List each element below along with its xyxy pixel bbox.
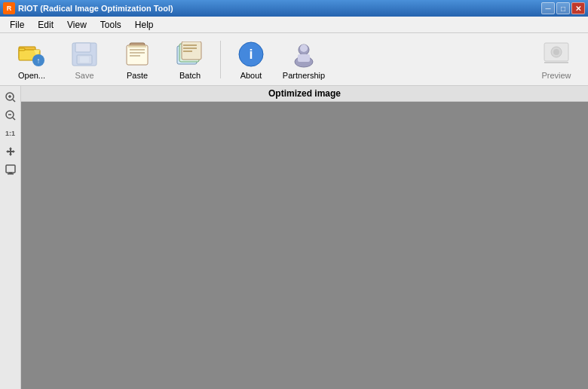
svg-line-40 xyxy=(13,118,15,120)
save-icon xyxy=(69,39,100,69)
svg-text:↑: ↑ xyxy=(37,57,41,65)
about-icon: i xyxy=(236,39,266,69)
batch-icon xyxy=(175,39,205,69)
toolbar: ↑ Open... Save Pas xyxy=(0,33,588,86)
left-sidebar: 1:1 xyxy=(0,86,21,389)
svg-rect-23 xyxy=(183,51,192,52)
svg-rect-29 xyxy=(298,54,310,62)
save-label: Save xyxy=(75,71,93,80)
svg-point-28 xyxy=(300,44,308,52)
preview-button[interactable]: Preview xyxy=(531,36,582,83)
svg-line-37 xyxy=(13,100,15,102)
menu-bar: File Edit View Tools Help xyxy=(0,17,588,33)
zoom-out-tool[interactable] xyxy=(2,107,19,124)
menu-tools[interactable]: Tools xyxy=(93,17,128,32)
open-label: Open... xyxy=(18,71,45,80)
svg-rect-42 xyxy=(6,165,15,173)
open-icon: ↑ xyxy=(17,39,47,69)
svg-point-32 xyxy=(553,49,559,55)
batch-label: Batch xyxy=(179,71,201,80)
about-label: About xyxy=(240,71,262,80)
svg-text:i: i xyxy=(249,47,253,62)
close-button[interactable]: ✕ xyxy=(571,2,585,14)
save-button[interactable]: Save xyxy=(59,36,110,83)
menu-file[interactable]: File xyxy=(3,17,31,32)
menu-view[interactable]: View xyxy=(60,17,93,32)
menu-help[interactable]: Help xyxy=(128,17,161,32)
svg-rect-16 xyxy=(130,55,140,57)
zoom-in-tool[interactable] xyxy=(2,89,19,106)
paste-label: Paste xyxy=(127,71,148,80)
svg-rect-4 xyxy=(19,48,25,51)
fit-tool[interactable]: 1:1 xyxy=(2,125,19,142)
toolbar-separator-1 xyxy=(220,41,221,78)
image-area xyxy=(21,102,588,389)
svg-marker-41 xyxy=(6,147,15,156)
menu-edit[interactable]: Edit xyxy=(31,17,60,32)
about-button[interactable]: i About xyxy=(225,36,277,83)
pan-tool[interactable] xyxy=(2,143,19,160)
paste-icon xyxy=(122,39,152,69)
main-content: 1:1 Optimized image xyxy=(0,86,588,389)
svg-rect-14 xyxy=(130,49,145,51)
batch-button[interactable]: Batch xyxy=(164,36,216,83)
svg-rect-21 xyxy=(183,44,197,46)
svg-rect-44 xyxy=(9,173,12,174)
preview-icon xyxy=(541,39,571,69)
svg-rect-43 xyxy=(8,173,14,175)
screen-tool[interactable] xyxy=(2,161,19,178)
preview-label: Preview xyxy=(541,71,571,80)
partnership-button[interactable]: Partnership xyxy=(278,36,329,83)
paste-button[interactable]: Paste xyxy=(112,36,163,83)
svg-rect-15 xyxy=(130,52,145,54)
title-bar: R RIOT (Radical Image Optimization Tool)… xyxy=(0,0,588,17)
partnership-label: Partnership xyxy=(283,71,325,80)
window-title: RIOT (Radical Image Optimization Tool) xyxy=(18,4,173,13)
minimize-button[interactable]: ─ xyxy=(541,2,555,14)
panel-title: Optimized image xyxy=(21,86,588,102)
partnership-icon xyxy=(289,39,319,69)
app-icon: R xyxy=(3,2,15,14)
svg-rect-17 xyxy=(128,45,146,47)
svg-rect-9 xyxy=(75,43,90,52)
image-panel: Optimized image xyxy=(21,86,588,389)
svg-rect-22 xyxy=(183,47,197,49)
open-button[interactable]: ↑ Open... xyxy=(6,36,57,83)
maximize-button[interactable]: □ xyxy=(556,2,570,14)
svg-rect-11 xyxy=(80,57,89,63)
svg-text:R: R xyxy=(7,5,12,12)
